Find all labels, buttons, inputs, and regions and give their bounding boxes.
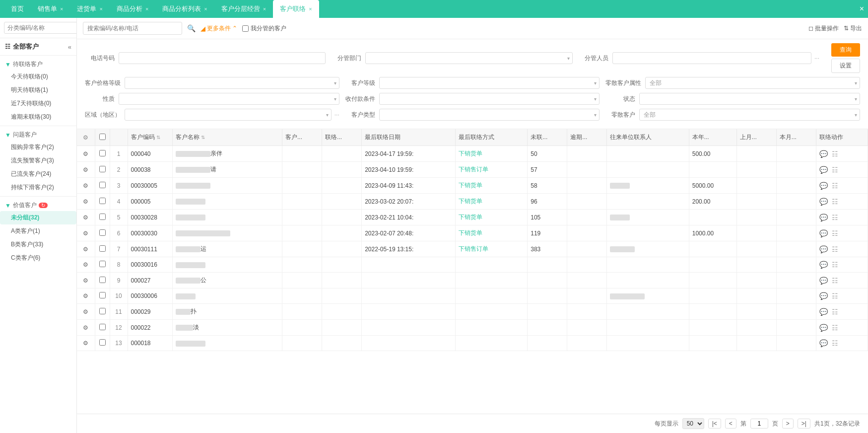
- my-customers-checkbox[interactable]: [242, 25, 249, 32]
- reset-button[interactable]: 设置: [831, 59, 860, 73]
- price-level-select[interactable]: [125, 77, 339, 89]
- chat-icon[interactable]: 💬: [819, 261, 828, 269]
- row-checkbox-cell[interactable]: [95, 320, 110, 336]
- row-gear-icon[interactable]: ⚙: [83, 292, 88, 299]
- more-icon[interactable]: ···: [814, 55, 819, 62]
- search-button[interactable]: 🔍: [187, 24, 196, 32]
- row-gear-icon[interactable]: ⚙: [83, 261, 88, 268]
- tab-sales[interactable]: 销售单 ×: [31, 0, 70, 18]
- chat-icon[interactable]: 💬: [819, 292, 828, 300]
- close-icon[interactable]: ×: [309, 6, 312, 12]
- tab-customer-contact[interactable]: 客户联络 ×: [273, 0, 319, 18]
- sort-icon[interactable]: ⇅: [201, 135, 205, 140]
- last-page-button[interactable]: >|: [798, 419, 810, 429]
- chat-icon[interactable]: 💬: [819, 324, 828, 332]
- payment-select[interactable]: [379, 93, 600, 105]
- row-checkbox-cell[interactable]: [95, 210, 110, 225]
- sidebar-item-class-a[interactable]: A类客户(1): [0, 224, 76, 238]
- row-checkbox[interactable]: [99, 182, 106, 188]
- close-icon[interactable]: ×: [263, 6, 266, 12]
- row-checkbox-cell[interactable]: [95, 225, 110, 241]
- row-checkbox[interactable]: [99, 339, 106, 346]
- th-settings[interactable]: ⚙: [77, 129, 95, 146]
- row-gear-icon[interactable]: ⚙: [83, 340, 88, 347]
- th-check[interactable]: [95, 129, 110, 146]
- group-pending-contact[interactable]: ▼ 待联络客户: [0, 58, 76, 70]
- grid-action-icon[interactable]: ☷: [832, 166, 838, 174]
- collapse-icon[interactable]: «: [68, 43, 71, 51]
- search-input[interactable]: [83, 22, 182, 35]
- chat-icon[interactable]: 💬: [819, 198, 828, 206]
- customer-level-select[interactable]: [379, 77, 600, 89]
- my-customers-checkbox-label[interactable]: 我分管的客户: [242, 24, 286, 33]
- manager-input[interactable]: [612, 52, 811, 64]
- last-method-link[interactable]: 下销货单: [459, 198, 482, 205]
- sidebar-item-today[interactable]: 今天待联络(0): [0, 70, 76, 83]
- grid-action-icon[interactable]: ☷: [832, 182, 838, 190]
- row-gear-icon[interactable]: ⚙: [83, 198, 88, 205]
- last-method-link[interactable]: 下销售订单: [459, 166, 488, 173]
- last-method-link[interactable]: 下销货单: [459, 229, 482, 236]
- sidebar-item-class-b[interactable]: B类客户(33): [0, 238, 76, 251]
- row-checkbox-cell[interactable]: [95, 336, 110, 351]
- th-name[interactable]: 客户名称 ⇅: [172, 129, 282, 146]
- row-gear-icon[interactable]: ⚙: [83, 214, 88, 221]
- close-icon[interactable]: ×: [99, 6, 102, 12]
- last-method-link[interactable]: 下销货单: [459, 214, 482, 220]
- sidebar-item-declining[interactable]: 持续下滑客户(2): [0, 181, 76, 194]
- sidebar-item-abnormal[interactable]: 囤购异常客户(2): [0, 141, 76, 154]
- row-checkbox-cell[interactable]: [95, 273, 110, 289]
- row-checkbox[interactable]: [99, 308, 106, 314]
- chat-icon[interactable]: 💬: [819, 277, 828, 285]
- last-method-link[interactable]: 下销售订单: [459, 245, 488, 252]
- status-select[interactable]: [639, 93, 860, 105]
- grid-action-icon[interactable]: ☷: [832, 150, 838, 158]
- chat-icon[interactable]: 💬: [819, 339, 828, 347]
- customer-type-select[interactable]: [379, 109, 600, 121]
- row-gear-icon[interactable]: ⚙: [83, 230, 88, 237]
- row-gear-icon[interactable]: ⚙: [83, 150, 88, 157]
- all-customers-title[interactable]: ☷ 全部客户 «: [0, 38, 76, 53]
- first-page-button[interactable]: |<: [708, 419, 721, 429]
- sidebar-item-overdue[interactable]: 逾期未联络(30): [0, 110, 76, 124]
- tab-customer-segment[interactable]: 客户分层经营 ×: [214, 0, 273, 18]
- row-checkbox-cell[interactable]: [95, 241, 110, 257]
- export-button[interactable]: ⇅ 导出: [844, 24, 862, 33]
- more-icon[interactable]: ···: [334, 111, 339, 118]
- row-checkbox-cell[interactable]: [95, 257, 110, 273]
- page-input[interactable]: [750, 419, 768, 429]
- chat-icon[interactable]: 💬: [819, 182, 828, 190]
- row-checkbox[interactable]: [99, 292, 106, 298]
- last-method-link[interactable]: 下销货单: [459, 182, 482, 189]
- row-checkbox[interactable]: [99, 198, 106, 204]
- select-all-checkbox[interactable]: [99, 134, 106, 140]
- close-icon[interactable]: ×: [204, 6, 207, 12]
- grid-action-icon[interactable]: ☷: [832, 277, 838, 285]
- grid-action-icon[interactable]: ☷: [832, 198, 838, 206]
- row-checkbox-cell[interactable]: [95, 146, 110, 162]
- gender-select[interactable]: [119, 93, 339, 105]
- batch-ops-button[interactable]: ◻ 批量操作: [808, 24, 839, 33]
- group-value-customers[interactable]: ▼ 价值客户 ↻: [0, 199, 76, 211]
- dept-select[interactable]: [365, 52, 572, 64]
- grid-action-icon[interactable]: ☷: [832, 324, 838, 332]
- sidebar-item-7days[interactable]: 近7天待联络(0): [0, 97, 76, 110]
- row-checkbox[interactable]: [99, 324, 106, 330]
- tab-home[interactable]: 首页: [4, 0, 31, 18]
- grid-action-icon[interactable]: ☷: [832, 292, 838, 300]
- more-conditions-button[interactable]: ◢ 更多条件 ⌃: [200, 24, 237, 33]
- row-gear-icon[interactable]: ⚙: [83, 324, 88, 331]
- row-gear-icon[interactable]: ⚙: [83, 277, 88, 284]
- sidebar-item-churn-warning[interactable]: 流失预警客户(3): [0, 154, 76, 167]
- chat-icon[interactable]: 💬: [819, 245, 828, 253]
- row-checkbox-cell[interactable]: [95, 162, 110, 178]
- category-search-input[interactable]: [4, 22, 77, 34]
- grid-action-icon[interactable]: ☷: [832, 308, 838, 316]
- last-method-link[interactable]: 下销货单: [459, 150, 482, 157]
- row-checkbox-cell[interactable]: [95, 194, 110, 210]
- retail-attr-select[interactable]: 全部: [645, 77, 860, 89]
- grid-action-icon[interactable]: ☷: [832, 214, 838, 221]
- region-select[interactable]: [125, 109, 332, 121]
- group-problem-customers[interactable]: ▼ 问题客户: [0, 128, 76, 141]
- chat-icon[interactable]: 💬: [819, 229, 828, 237]
